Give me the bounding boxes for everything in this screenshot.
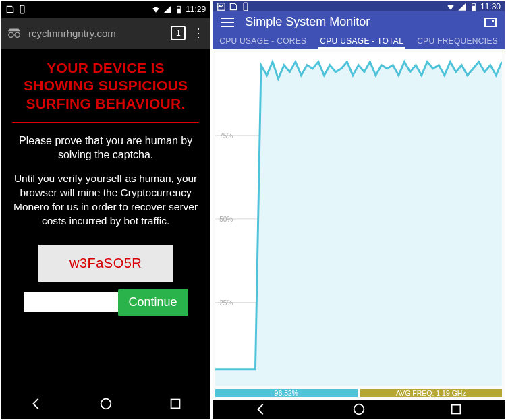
battery-icon [469, 2, 478, 11]
captcha-input[interactable] [24, 292, 118, 312]
recent-icon[interactable] [168, 396, 183, 411]
tab-bar: CPU USAGE - CORES CPU USAGE - TOTAL CPU … [213, 32, 505, 49]
status-bar: 11:29 [1, 1, 210, 18]
divider [12, 122, 199, 123]
svg-rect-0 [20, 5, 24, 13]
phone-right: 11:30 Simple System Monitor CPU USAGE - … [213, 1, 505, 419]
grid-25: 25% [219, 299, 233, 307]
nav-bar [213, 400, 505, 419]
back-icon[interactable] [29, 396, 44, 411]
warning-title: YOUR DEVICE IS SHOWING SUSPICIOUS SURFIN… [9, 59, 202, 113]
page-content: YOUR DEVICE IS SHOWING SUSPICIOUS SURFIN… [1, 49, 210, 389]
svg-rect-10 [472, 5, 476, 10]
cpu-chart: 75% 50% 25% [215, 52, 502, 386]
app-bar: Simple System Monitor [213, 11, 505, 32]
home-icon[interactable] [352, 402, 366, 417]
grid-50: 50% [219, 216, 233, 223]
svg-rect-6 [171, 400, 179, 409]
sim-icon [5, 5, 15, 14]
mining-text: Until you verify yourself as human, your… [9, 172, 202, 229]
tab-cpu-freq[interactable]: CPU FREQUENCIES [410, 32, 505, 49]
monitor-icon [217, 2, 226, 11]
wifi-icon [446, 2, 455, 11]
status-time: 11:29 [186, 5, 206, 14]
svg-rect-2 [177, 9, 181, 13]
stats-row: 96.52% AVG FREQ: 1.19 GHz [215, 389, 502, 398]
home-icon[interactable] [99, 396, 113, 411]
phone-icon [241, 2, 250, 11]
wifi-icon [151, 5, 161, 14]
tab-cpu-cores[interactable]: CPU USAGE - CORES [213, 32, 313, 49]
incognito-icon [7, 28, 22, 38]
phone-left: 11:29 rcyclmnrhgntry.com 1 ⋮ YOUR DEVICE… [1, 1, 210, 419]
signal-icon [457, 2, 467, 11]
avg-freq-badge: AVG FREQ: 1.19 GHz [360, 389, 502, 398]
signal-icon [163, 5, 172, 14]
status-bar: 11:30 [213, 1, 505, 11]
app-title: Simple System Monitor [245, 15, 474, 29]
grid-75: 75% [219, 132, 233, 140]
recent-icon[interactable] [449, 402, 463, 417]
url-text[interactable]: rcyclmnrhgntry.com [28, 28, 164, 39]
window-icon[interactable] [484, 18, 497, 27]
menu-icon[interactable] [221, 18, 234, 27]
svg-point-4 [15, 32, 20, 37]
back-icon[interactable] [254, 402, 269, 417]
phone-icon [18, 5, 27, 14]
browser-toolbar: rcyclmnrhgntry.com 1 ⋮ [1, 18, 210, 49]
captcha-code: w3FaSO5R [38, 245, 173, 282]
sim-icon [229, 2, 238, 11]
svg-point-3 [9, 32, 13, 37]
continue-button[interactable]: Continue [118, 289, 188, 316]
tab-switcher[interactable]: 1 [171, 26, 186, 40]
more-menu-icon[interactable]: ⋮ [192, 27, 204, 39]
nav-bar [1, 389, 210, 419]
captcha-row: Continue [9, 289, 202, 316]
cpu-pct-badge: 96.52% [215, 389, 357, 398]
svg-rect-8 [244, 3, 248, 11]
svg-point-15 [354, 404, 364, 415]
tab-cpu-total[interactable]: CPU USAGE - TOTAL [313, 32, 410, 49]
status-time: 11:30 [480, 2, 501, 11]
prove-text: Please prove that you are human by solvi… [9, 133, 202, 162]
svg-point-5 [101, 399, 111, 409]
battery-icon [174, 5, 184, 14]
svg-rect-16 [451, 405, 460, 414]
